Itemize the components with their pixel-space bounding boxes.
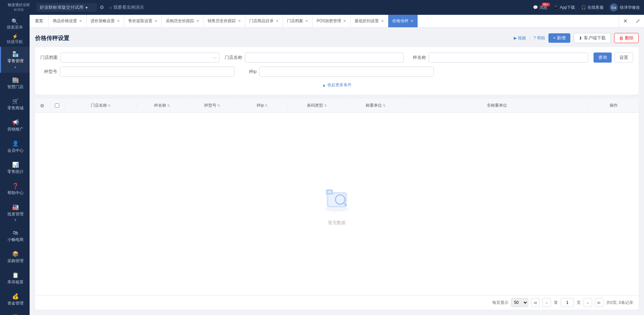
tab-home[interactable]: 首页	[30, 15, 49, 28]
scale-model-input[interactable]	[60, 67, 235, 77]
sidebar-item-retail-stats[interactable]: 📊 零售统计	[0, 158, 30, 179]
settings-icon[interactable]: ⚙	[100, 4, 104, 10]
sidebar-search[interactable]: 🔍 搜索菜单	[0, 15, 30, 32]
sidebar-item-xiaochang[interactable]: 🛍 小畅电商	[0, 226, 30, 247]
search-button[interactable]: 查询	[594, 53, 612, 63]
help-link[interactable]: ? 帮助	[534, 35, 545, 41]
tab-close-all-button[interactable]: ✕	[619, 15, 632, 28]
tab-store-catalog-close[interactable]: ✕	[276, 19, 279, 23]
th-barcode-type: 条码类型 ⇅	[287, 103, 346, 108]
page-input[interactable]	[561, 298, 574, 307]
scale-ip-input[interactable]	[259, 67, 434, 77]
purchase-icon: 📦	[12, 251, 19, 257]
tab-purchase-history-close[interactable]: ✕	[196, 19, 199, 23]
app-download-button[interactable]: 📱 App下载	[553, 5, 575, 10]
collapse-button[interactable]: ▲ 收起更多条件	[40, 81, 633, 89]
sort-icon-barcode-type[interactable]: ⇅	[324, 104, 327, 107]
delete-button[interactable]: 🗑 删除	[614, 33, 639, 43]
tab-purchase-history[interactable]: 采购历史价跟踪 ✕	[162, 15, 204, 28]
tab-purchase-strategy[interactable]: 进价策略设置 ✕	[86, 15, 124, 28]
tab-expand-button[interactable]: ⤢	[632, 15, 644, 28]
version-selector[interactable]: 好业财标准版交付试用 ▾	[36, 3, 97, 12]
tab-price-scale-close[interactable]: ✕	[410, 19, 414, 23]
sidebar-item-member[interactable]: 👤 会员中心	[0, 136, 30, 158]
next-page-button[interactable]: ›	[583, 298, 592, 307]
scale-name-label: 秤名称	[409, 55, 426, 61]
th-actions: 操作	[589, 103, 639, 108]
sidebar-item-purchase[interactable]: 📦 采购管理	[0, 247, 30, 268]
tab-min-discount-close[interactable]: ✕	[381, 19, 384, 23]
store-file-input-wrapper: ···	[61, 53, 219, 63]
sort-icon-scale-model[interactable]: ⇅	[217, 104, 220, 107]
sidebar-item-label-marketing: 营销推广	[7, 127, 24, 132]
store-name-input[interactable]	[245, 53, 404, 63]
sort-icon-weight-unit[interactable]: ⇅	[383, 104, 386, 107]
last-page-button[interactable]: ⊳	[595, 298, 604, 307]
tab-min-discount[interactable]: 最低折扣设置 ✕	[351, 15, 388, 28]
tab-sale-pickup[interactable]: 售价提取设置 ✕	[124, 15, 162, 28]
tab-price-settings-label: 商品价格设置	[53, 18, 77, 24]
scale-name-input[interactable]	[429, 53, 588, 63]
tab-store-catalog[interactable]: 门店商品目录 ✕	[245, 15, 283, 28]
form-row-2: 秤型号 秤ip	[40, 67, 633, 77]
th-non-weight-unit-label: 非称重单位	[487, 103, 507, 108]
sidebar-quick-nav[interactable]: ⚡ 快捷导航	[0, 32, 30, 47]
top-bar: 畅捷通好业财 标准版 好业财标准版交付试用 ▾ ⚙ ○ 我要看实例演示 💬 消息…	[0, 0, 644, 15]
tab-store-files-close[interactable]: ✕	[305, 19, 308, 23]
sidebar-item-online-store[interactable]: 🛒 零售商城	[0, 94, 30, 115]
online-service-button[interactable]: 🎧 在线客服	[581, 5, 604, 10]
tab-purchase-strategy-close[interactable]: ✕	[117, 19, 120, 23]
chevron-down-icon-wholesale: ▼	[14, 218, 17, 222]
select-all-checkbox[interactable]	[55, 103, 59, 108]
add-button[interactable]: + 新增	[548, 33, 570, 43]
sidebar-item-retail[interactable]: 🏪 零售管理 ▲	[0, 47, 30, 73]
th-settings[interactable]: ⚙	[35, 103, 50, 108]
sidebar-item-inventory[interactable]: 📋 库存核算	[0, 268, 30, 289]
sidebar-item-label-retail-stats: 零售统计	[7, 169, 24, 175]
user-area[interactable]: Ea 徐泽华修改	[610, 3, 640, 11]
sidebar-item-smart-store[interactable]: 🏬 智慧门店	[0, 73, 30, 94]
prev-page-button[interactable]: ‹	[542, 298, 551, 307]
demo-button[interactable]: ○ 我要看实例演示	[109, 4, 144, 10]
sidebar-item-wholesale[interactable]: 🏭 批发管理 ▼	[0, 200, 30, 226]
sidebar-item-funds[interactable]: 💰 资金管理	[0, 289, 30, 310]
first-page-button[interactable]: ⊲	[531, 298, 540, 307]
download-button[interactable]: ⬇ 客户端下载	[574, 33, 611, 43]
tab-price-settings-close[interactable]: ✕	[79, 19, 82, 23]
tab-price-scale[interactable]: 价格传秤 ✕	[388, 15, 418, 28]
tab-store-files[interactable]: 门店档案 ✕	[283, 15, 313, 28]
scale-name-field: 秤名称	[409, 53, 588, 63]
settings-gear-icon[interactable]: ⚙	[40, 103, 44, 108]
sidebar-item-help[interactable]: ❓ 帮助中心	[0, 179, 30, 200]
version-label: 好业财标准版交付试用	[40, 4, 83, 10]
tab-sale-history-close[interactable]: ✕	[238, 19, 241, 23]
th-scale-name-label: 秤名称	[154, 103, 166, 108]
th-store-name-label: 门店名称	[91, 103, 107, 108]
tab-price-settings[interactable]: 商品价格设置 ✕	[49, 15, 86, 28]
sidebar-item-label-xiaochang: 小畅电商	[7, 237, 24, 243]
tab-store-files-label: 门店档案	[287, 18, 303, 24]
set-label: 设置	[619, 55, 628, 61]
per-page-select[interactable]: 20 50 100	[511, 298, 528, 307]
video-link[interactable]: ▶ 视频	[514, 35, 526, 41]
sort-icon-store-name[interactable]: ⇅	[108, 104, 111, 107]
sidebar-item-marketing[interactable]: 📢 营销推广	[0, 115, 30, 136]
user-initials: Ea	[611, 5, 616, 9]
tab-sale-history[interactable]: 销售历史价跟踪 ✕	[204, 15, 245, 28]
set-button[interactable]: 设置	[614, 53, 633, 63]
tab-pos-management[interactable]: POS加密管理 ✕	[313, 15, 351, 28]
help-circle-icon: ?	[534, 36, 536, 40]
sidebar-item-label-inventory: 库存核算	[7, 279, 24, 285]
app-download-label: App下载	[560, 5, 575, 10]
messages-button[interactable]: 💬 消息 99+	[533, 5, 547, 10]
th-weight-unit-label: 称重单位	[366, 103, 382, 108]
sidebar-item-general-ledger[interactable]: 📒 总账管理	[0, 310, 30, 315]
online-store-icon: 🛒	[12, 98, 19, 104]
tab-pos-management-close[interactable]: ✕	[343, 19, 346, 23]
sort-icon-scale-ip[interactable]: ⇅	[265, 104, 267, 107]
store-file-input[interactable]	[61, 53, 219, 63]
sort-icon-scale-name[interactable]: ⇅	[167, 104, 170, 107]
tab-sale-pickup-close[interactable]: ✕	[154, 19, 157, 23]
ellipsis-icon[interactable]: ···	[213, 55, 217, 60]
scale-ip-label: 秤ip	[240, 69, 257, 75]
